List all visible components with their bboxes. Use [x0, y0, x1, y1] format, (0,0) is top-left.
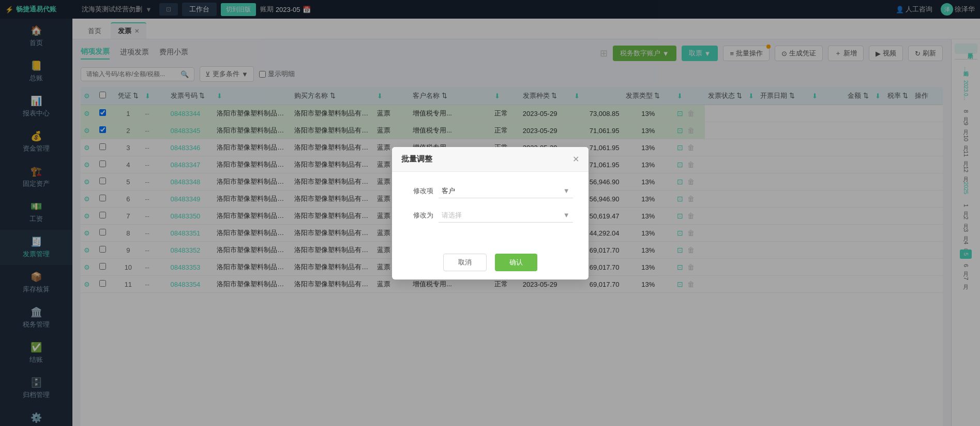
modal-header: 批量调整 ✕	[392, 147, 589, 172]
modal-overlay[interactable]: 批量调整 ✕ 修改项 客户 ▼ 修改为 请选择 ▼ 取消 确认	[0, 0, 980, 426]
modify-field-row: 修改项 客户 ▼	[408, 184, 573, 198]
cancel-button[interactable]: 取消	[443, 254, 487, 271]
modify-field-select[interactable]: 客户 ▼	[439, 184, 573, 198]
value-select-dropdown-icon: ▼	[563, 211, 570, 219]
modal-body: 修改项 客户 ▼ 修改为 请选择 ▼	[392, 172, 589, 245]
modal-title: 批量调整	[401, 154, 432, 164]
modify-value-label: 修改为	[408, 211, 433, 220]
modal-close-button[interactable]: ✕	[572, 154, 579, 164]
field-value-text: 客户	[442, 186, 455, 196]
field-select-dropdown-icon: ▼	[563, 187, 570, 195]
batch-adjust-modal: 批量调整 ✕ 修改项 客户 ▼ 修改为 请选择 ▼ 取消 确认	[392, 147, 589, 280]
modify-field-label: 修改项	[408, 186, 433, 196]
confirm-button[interactable]: 确认	[495, 254, 537, 271]
modify-value-select[interactable]: 请选择 ▼	[439, 209, 573, 223]
modal-footer: 取消 确认	[392, 245, 589, 280]
value-placeholder-text: 请选择	[442, 211, 462, 220]
modify-value-row: 修改为 请选择 ▼	[408, 209, 573, 223]
